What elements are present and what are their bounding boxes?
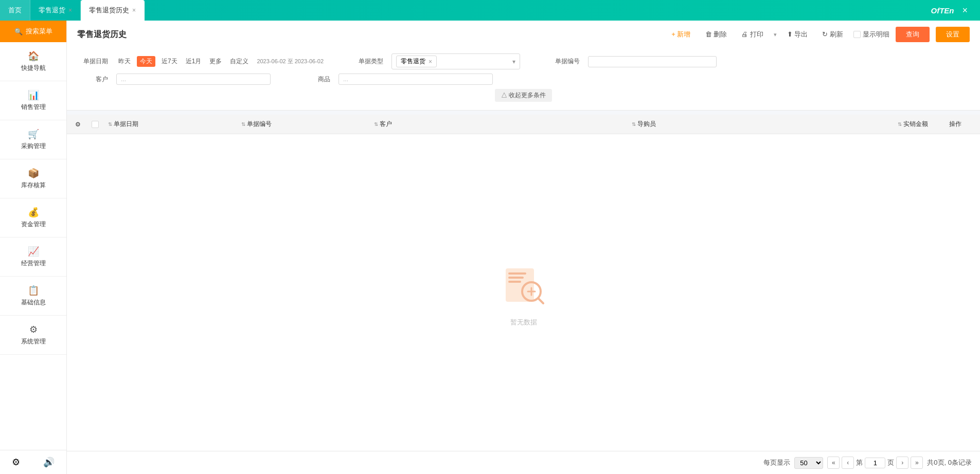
table-container: ⚙ ⇅ 单据日期 ⇅ 单据编号 ⇅ 客户 ⇅ bbox=[67, 115, 980, 474]
date-option-today[interactable]: 今天 bbox=[137, 56, 155, 67]
th-action: 操作 bbox=[945, 120, 976, 129]
main-layout: 🔍 搜索菜单 🏠 快捷导航 📊 销售管理 🛒 采购管理 📦 库存核算 💰 资金管… bbox=[0, 21, 980, 474]
display-checkbox[interactable] bbox=[853, 31, 861, 38]
th-guide[interactable]: ⇅ 导购员 bbox=[628, 120, 761, 129]
settings-bottom-icon[interactable]: ⚙ bbox=[12, 457, 20, 468]
print-button[interactable]: 🖨 打印 bbox=[737, 28, 768, 41]
operation-icon: 📈 bbox=[28, 246, 39, 257]
finance-icon: 💰 bbox=[28, 207, 39, 218]
th-action-label: 操作 bbox=[949, 120, 961, 129]
inventory-icon: 📦 bbox=[28, 168, 39, 179]
type-select-arrow: ▾ bbox=[512, 58, 515, 65]
refresh-button[interactable]: ↻ 刷新 bbox=[818, 28, 847, 41]
sidebar-item-system[interactable]: ⚙ 系统管理 bbox=[0, 316, 66, 355]
sidebar-search-label: 搜索菜单 bbox=[26, 27, 52, 36]
th-number[interactable]: ⇅ 单据编号 bbox=[237, 120, 370, 129]
goods-filter-select[interactable]: ... bbox=[338, 74, 493, 85]
th-amount-label: 实销金额 bbox=[903, 120, 928, 129]
pagination: 每页显示 10 20 50 100 « ‹ 第 页 › » 共0页, 0条记录 bbox=[67, 451, 980, 474]
empty-icon bbox=[498, 258, 549, 309]
date-option-yesterday[interactable]: 昨天 bbox=[116, 56, 133, 67]
sidebar-item-quick-nav[interactable]: 🏠 快捷导航 bbox=[0, 42, 66, 81]
query-button[interactable]: 查询 bbox=[896, 27, 930, 42]
svg-rect-1 bbox=[508, 272, 526, 275]
type-tag-remove[interactable]: × bbox=[429, 58, 432, 65]
new-button[interactable]: + 新增 bbox=[667, 28, 694, 41]
filter-row-date: 单据日期 昨天 今天 近7天 近1月 更多 自定义 2023-06-02 至 2… bbox=[77, 53, 970, 69]
number-filter-label: 单据编号 bbox=[549, 57, 580, 66]
display-label: 显示明细 bbox=[863, 30, 889, 39]
date-option-7days[interactable]: 近7天 bbox=[159, 56, 180, 67]
delete-button[interactable]: 🗑 删除 bbox=[701, 28, 732, 41]
date-filter: 昨天 今天 近7天 近1月 更多 自定义 2023-06-02 至 2023-0… bbox=[116, 56, 324, 67]
th-customer[interactable]: ⇅ 客户 bbox=[370, 120, 628, 129]
sidebar-item-finance-label: 资金管理 bbox=[21, 220, 46, 229]
top-bar: 首页 零售退货 × 零售退货历史 × OfTEn × bbox=[0, 0, 980, 21]
customer-placeholder: ... bbox=[121, 76, 126, 83]
th-checkbox[interactable] bbox=[87, 121, 104, 128]
sidebar-item-finance[interactable]: 💰 资金管理 bbox=[0, 198, 66, 238]
close-window-button[interactable]: × bbox=[958, 5, 972, 16]
tab-home[interactable]: 首页 bbox=[0, 0, 30, 21]
sidebar-item-operation[interactable]: 📈 经营管理 bbox=[0, 238, 66, 277]
customer-filter-select[interactable]: ... bbox=[116, 74, 271, 85]
th-settings[interactable]: ⚙ bbox=[71, 121, 87, 128]
tab-retail-return-close[interactable]: × bbox=[68, 7, 72, 14]
sidebar-bottom: ⚙ 🔊 bbox=[0, 450, 66, 474]
page-header: 零售退货历史 + 新增 🗑 删除 🖨 打印▾ ⬆ 导出 ↻ 刷新 显示明细 查询… bbox=[67, 21, 980, 111]
first-page-button[interactable]: « bbox=[827, 457, 840, 469]
type-filter-tag: 零售退货 × bbox=[396, 56, 437, 67]
sidebar: 🔍 搜索菜单 🏠 快捷导航 📊 销售管理 🛒 采购管理 📦 库存核算 💰 资金管… bbox=[0, 21, 67, 474]
sidebar-item-inventory[interactable]: 📦 库存核算 bbox=[0, 159, 66, 198]
per-page-select[interactable]: 10 20 50 100 bbox=[794, 457, 823, 469]
print-dropdown-icon[interactable]: ▾ bbox=[774, 31, 777, 38]
total-label: 共0页, 0条记录 bbox=[927, 458, 972, 467]
th-date[interactable]: ⇅ 单据日期 bbox=[104, 120, 237, 129]
display-switch[interactable]: 显示明细 bbox=[853, 30, 889, 39]
export-button[interactable]: ⬆ 导出 bbox=[783, 28, 812, 41]
date-option-more[interactable]: 更多 bbox=[207, 56, 224, 67]
sidebar-item-sales-label: 销售管理 bbox=[21, 103, 46, 112]
svg-rect-3 bbox=[508, 281, 521, 283]
tab-retail-return[interactable]: 零售退货 × bbox=[30, 0, 81, 21]
empty-state: 暂无数据 bbox=[67, 134, 980, 451]
sidebar-item-quick-nav-label: 快捷导航 bbox=[21, 64, 46, 72]
collapse-button[interactable]: △ 收起更多条件 bbox=[495, 89, 552, 102]
sort-icon-customer: ⇅ bbox=[374, 121, 378, 127]
sidebar-item-sales[interactable]: 📊 销售管理 bbox=[0, 81, 66, 120]
sidebar-item-purchase[interactable]: 🛒 采购管理 bbox=[0, 120, 66, 159]
tab-retail-return-history-close[interactable]: × bbox=[132, 7, 136, 14]
page-title-row: 零售退货历史 + 新增 🗑 删除 🖨 打印▾ ⬆ 导出 ↻ 刷新 显示明细 查询… bbox=[77, 27, 970, 42]
search-icon: 🔍 bbox=[14, 28, 23, 35]
sidebar-item-operation-label: 经营管理 bbox=[21, 259, 46, 268]
date-option-custom[interactable]: 自定义 bbox=[228, 56, 251, 67]
next-page-button[interactable]: › bbox=[896, 457, 908, 469]
th-amount[interactable]: ⇅ 实销金额 bbox=[894, 120, 945, 129]
purchase-icon: 🛒 bbox=[28, 129, 39, 140]
th-date-label: 单据日期 bbox=[114, 120, 138, 129]
page-input[interactable] bbox=[865, 458, 885, 468]
customer-filter-label: 客户 bbox=[77, 75, 108, 84]
speaker-icon[interactable]: 🔊 bbox=[43, 457, 55, 468]
last-page-button[interactable]: » bbox=[911, 457, 923, 469]
th-customer-label: 客户 bbox=[380, 120, 392, 129]
date-option-1month[interactable]: 近1月 bbox=[184, 56, 204, 67]
date-filter-label: 单据日期 bbox=[77, 57, 108, 66]
tab-retail-return-history-label: 零售退货历史 bbox=[89, 6, 129, 15]
type-filter-value: 零售退货 × bbox=[396, 56, 437, 67]
tab-home-label: 首页 bbox=[8, 6, 22, 15]
header-checkbox[interactable] bbox=[92, 121, 99, 128]
top-bar-right: OfTEn × bbox=[931, 5, 980, 16]
number-filter-input[interactable] bbox=[588, 56, 717, 67]
page-unit-label: 页 bbox=[887, 458, 894, 467]
sales-icon: 📊 bbox=[28, 89, 39, 101]
brand-label: OfTEn bbox=[931, 6, 954, 15]
type-filter-select[interactable]: 零售退货 × ▾ bbox=[391, 53, 520, 69]
prev-page-button[interactable]: ‹ bbox=[842, 457, 854, 469]
svg-line-5 bbox=[538, 298, 543, 303]
sidebar-search[interactable]: 🔍 搜索菜单 bbox=[0, 21, 66, 42]
collapse-label: △ 收起更多条件 bbox=[501, 91, 546, 100]
tab-retail-return-history[interactable]: 零售退货历史 × bbox=[81, 0, 145, 21]
settings-button[interactable]: 设置 bbox=[936, 27, 970, 42]
sidebar-item-basic-info[interactable]: 📋 基础信息 bbox=[0, 277, 66, 316]
